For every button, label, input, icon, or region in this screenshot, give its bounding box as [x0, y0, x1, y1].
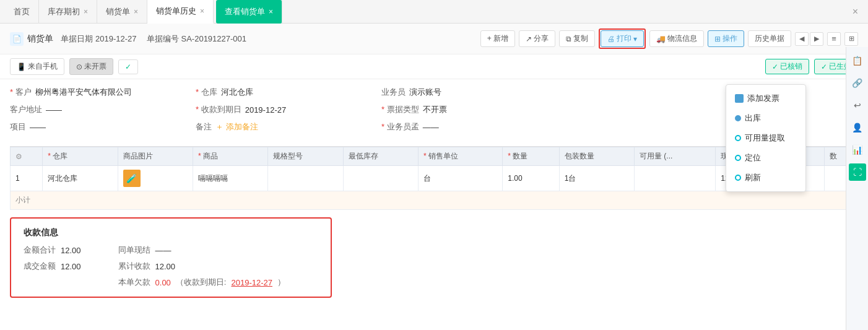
mobile-icon: 📱: [17, 63, 26, 71]
project-field: 项目 ——: [10, 121, 171, 132]
sold-badge[interactable]: ✓ 已核销: [765, 59, 809, 74]
col-available: 可用量 (...: [635, 147, 716, 166]
confirm-button[interactable]: ✓: [118, 59, 138, 74]
amount-total-item: 金额合计 12.00: [24, 245, 81, 256]
next-button[interactable]: ▶: [810, 32, 823, 46]
col-pkg-qty: 包装数量: [559, 147, 634, 166]
logistics-button[interactable]: 🚚 物流信息: [649, 30, 704, 47]
row-image: 🧪: [118, 166, 193, 191]
owe-note-prefix: （收款到期日:: [176, 277, 227, 288]
owe-value: 0.00: [155, 278, 171, 287]
owe-note-suffix: ）: [277, 277, 285, 288]
bill-type-label: 票据类型: [381, 104, 419, 115]
tab-sale-history[interactable]: 销货单历史 ×: [147, 0, 214, 24]
right-sidebar: 📋 🔗 ↩ 👤 📊 ⛶: [846, 47, 868, 330]
remark-field: 备注 ＋ 添加备注: [196, 121, 357, 132]
nav-arrows: ◀ ▶: [795, 32, 823, 46]
add-remark-button[interactable]: ＋ 添加备注: [215, 121, 258, 132]
project-label: 项目: [10, 121, 26, 132]
payment-title: 收款信息: [24, 227, 318, 238]
col-product: 商品: [193, 147, 267, 166]
col-warehouse: 仓库: [43, 147, 118, 166]
doc-meta: 单据日期 2019-12-27 单据编号 SA-20191227-001: [61, 33, 246, 45]
dropdown-available-qty[interactable]: 可用量提取: [726, 128, 805, 148]
print-icon: 🖨: [607, 35, 615, 43]
owe-date[interactable]: 2019-12-27: [231, 278, 272, 287]
outbound-icon: [735, 115, 741, 121]
action-row: 📱 来自手机 ⊙ 未开票 ✓ ✓ 已核销 ✓ 已生效: [0, 54, 868, 79]
salesperson2-field: 业务员孟 ——: [381, 121, 542, 132]
row-qty: 1.00: [503, 166, 559, 191]
col-min-stock: 最低库存: [343, 147, 418, 166]
project-value: ——: [30, 123, 46, 132]
bill-type-field: 票据类型 不开票: [381, 104, 542, 115]
doc-date-field: 单据日期 2019-12-27: [61, 33, 137, 45]
list-view-button[interactable]: ≡: [827, 32, 841, 46]
available-icon: [735, 135, 741, 141]
locate-icon: [735, 155, 741, 161]
doc-type-label: 销货单: [27, 33, 53, 45]
tab-view-sale-close[interactable]: ×: [269, 7, 273, 16]
transaction-item: 同单现结 ——: [118, 245, 285, 256]
dropdown-locate[interactable]: 定位: [726, 148, 805, 168]
tab-bar: 首页 库存期初 × 销货单 × 销货单历史 × 查看销货单 × ×: [0, 0, 868, 24]
salesperson2-label: 业务员孟: [381, 121, 419, 132]
sold-check-icon: ✓: [772, 63, 778, 71]
dropdown-refresh[interactable]: 刷新: [726, 168, 805, 188]
grid-view-button[interactable]: ⊞: [844, 32, 858, 46]
sidebar-icon-expand[interactable]: ⛶: [849, 163, 866, 181]
sidebar-icon-clipboard[interactable]: 📋: [849, 52, 866, 69]
dropdown-add-invoice[interactable]: 添加发票: [726, 89, 805, 108]
dropdown-outbound[interactable]: 出库: [726, 108, 805, 128]
col-settings[interactable]: ⚙: [11, 147, 43, 166]
salesperson-value: 演示账号: [409, 87, 441, 98]
address-value: ——: [46, 105, 62, 115]
copy-button[interactable]: ⧉ 复制: [559, 30, 595, 47]
salesperson-field: 业务员 演示账号: [381, 87, 542, 98]
share-icon: ↗: [526, 35, 532, 43]
operation-button[interactable]: ⊞ 操作: [708, 30, 744, 47]
tab-view-sale[interactable]: 查看销货单 ×: [216, 0, 282, 24]
warehouse-field: 仓库 河北仓库: [196, 87, 357, 98]
share-button[interactable]: ↗ 分享: [519, 30, 555, 47]
sidebar-icon-user[interactable]: 👤: [849, 119, 866, 136]
print-dropdown-icon: ▾: [633, 35, 637, 43]
window-close-button[interactable]: ×: [848, 6, 863, 17]
transaction-value: ——: [155, 246, 171, 255]
new-button[interactable]: + 新增: [480, 30, 515, 47]
tab-inventory-close[interactable]: ×: [84, 7, 88, 16]
tab-inventory[interactable]: 库存期初 ×: [39, 0, 97, 24]
prev-button[interactable]: ◀: [795, 32, 809, 46]
tab-sale[interactable]: 销货单 ×: [97, 0, 147, 24]
number-value: SA-20191227-001: [181, 34, 247, 43]
main-content: 📄 销货单 单据日期 2019-12-27 单据编号 SA-20191227-0…: [0, 24, 868, 330]
not-open-button[interactable]: ⊙ 未开票: [69, 58, 113, 75]
cumulative-item: 累计收款 12.00: [118, 261, 285, 272]
history-button[interactable]: 历史单据: [748, 30, 791, 47]
row-unit: 台: [418, 166, 502, 191]
mobile-button[interactable]: 📱 来自手机: [10, 58, 64, 75]
print-button[interactable]: 🖨 打印 ▾: [601, 30, 644, 47]
customer-label: 客户: [10, 87, 32, 98]
tab-sale-close[interactable]: ×: [134, 7, 138, 16]
doc-header: 📄 销货单 单据日期 2019-12-27 单据编号 SA-20191227-0…: [0, 24, 868, 54]
owe-item: 本单欠款 0.00 （收款到期日: 2019-12-27 ）: [118, 277, 285, 288]
payment-box: 收款信息 金额合计 12.00 成交金额 12.00 同单现结 ——: [10, 217, 332, 298]
amount-total-value: 12.00: [61, 246, 81, 255]
operation-dropdown: 添加发票 出库 可用量提取 定位 刷新: [726, 84, 806, 192]
print-highlight-box: 🖨 打印 ▾: [599, 28, 646, 49]
sidebar-icon-link[interactable]: 🔗: [849, 74, 866, 92]
owe-label: 本单欠款: [118, 277, 150, 288]
warehouse-value: 河北仓库: [221, 87, 253, 98]
tab-sale-history-close[interactable]: ×: [200, 7, 204, 15]
tab-home[interactable]: 首页: [5, 0, 39, 24]
sidebar-icon-refresh[interactable]: ↩: [849, 97, 866, 114]
sidebar-icon-chart[interactable]: 📊: [849, 141, 866, 158]
salesperson-label: 业务员: [381, 87, 406, 98]
payment-rows: 金额合计 12.00 成交金额 12.00 同单现结 —— 累计收款: [24, 245, 318, 288]
deal-amount-item: 成交金额 12.00: [24, 261, 81, 272]
check-icon: ✓: [125, 63, 131, 71]
row-spec: [268, 166, 343, 191]
deal-amount-value: 12.00: [61, 262, 81, 271]
settings-icon[interactable]: ⚙: [15, 152, 22, 161]
